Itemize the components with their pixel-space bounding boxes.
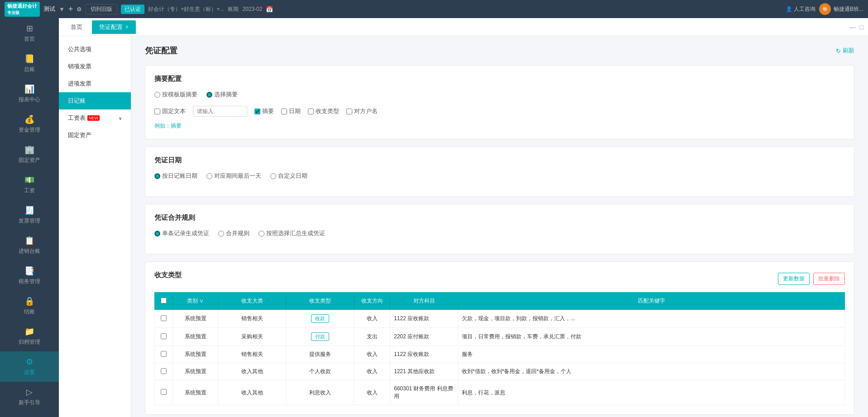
row-category: 系统预置 (173, 380, 218, 405)
row-pay-type: 付款 (286, 328, 354, 346)
sidebar-item-home[interactable]: ⊞ 首页 (0, 18, 59, 48)
sidebar-label-funds: 资金管理 (19, 126, 40, 134)
row-pay-type: 提供服务 (286, 346, 354, 363)
th-category[interactable]: 类别 ∨ (173, 293, 218, 310)
version-toggle-button[interactable]: 切到旧版 (86, 4, 117, 14)
summary-section: 摘要配置 按模板版摘要 选择摘要 (145, 65, 854, 139)
table-row: 系统预置 销售相关 收款 收入 1122 应收账款 欠款，现金，项目款，到款，报… (155, 310, 845, 328)
custom-date-radio[interactable]: 自定义日期 (270, 172, 307, 180)
sidebar-item-tax[interactable]: 📑 税务管理 (0, 261, 59, 291)
page-title: 凭证配置 (145, 45, 177, 56)
row-keyword: 服务 (458, 346, 845, 363)
summary-checkbox[interactable]: 摘要 (254, 107, 274, 115)
calendar-icon[interactable]: 📅 (266, 6, 273, 13)
sidebar-label-guide: 新手引导 (19, 399, 40, 407)
row-big-type: 采购相关 (218, 328, 286, 346)
single-voucher-radio[interactable]: 单条记录生成凭证 (154, 229, 209, 237)
payment-type-checkbox[interactable]: 收支类型 (308, 107, 339, 115)
sidebar-item-ledger[interactable]: 📒 总账 (0, 48, 59, 79)
sidebar-label-archive: 归档管理 (19, 338, 40, 346)
sidebar-item-guide[interactable]: ▷ 新手引导 (0, 382, 59, 412)
sidebar-label-reports: 报表中心 (19, 96, 40, 104)
sidebar-item-assets[interactable]: 🏢 固定资产 (0, 139, 59, 170)
tab-home[interactable]: 首页 (63, 20, 90, 34)
row-account: 660301 财务费用 利息费用 (390, 380, 458, 405)
period-last-radio[interactable]: 对应期间最后一天 (206, 172, 261, 180)
sidebar-item-reports[interactable]: 📊 报表中心 (0, 79, 59, 109)
th-keyword: 匹配关键字 (458, 293, 845, 310)
row-checkbox[interactable] (161, 315, 167, 321)
person-icon: 👤 (786, 6, 792, 12)
select-all-checkbox[interactable] (161, 298, 167, 303)
table-row: 系统预置 销售相关 提供服务 收入 1122 应收账款 服务 (155, 346, 845, 363)
table-row: 系统预置 收入其他 个人收款 收入 1221 其他应收款 收到*借款，收到*备用… (155, 363, 845, 380)
batch-delete-button[interactable]: 批量删除 (813, 273, 845, 285)
add-button[interactable]: + (68, 5, 73, 14)
sidebar-item-salary[interactable]: 💵 工资 (0, 170, 59, 200)
sidebar-label-assets: 固定资产 (19, 156, 40, 164)
sidebar-label-tax: 税务管理 (19, 278, 40, 285)
left-nav-fixed-assets[interactable]: 固定资产 (59, 127, 131, 144)
counterparty-checkbox[interactable]: 对方户名 (346, 107, 378, 115)
date-checkbox[interactable]: 日期 (281, 107, 301, 115)
tab-voucher-config[interactable]: 凭证配置 × (92, 20, 136, 34)
gear-icon[interactable]: ⚙ (77, 6, 82, 13)
sidebar-label-ledger: 总账 (24, 66, 35, 73)
update-data-button[interactable]: 更新数据 (778, 273, 810, 285)
pay-type-tag[interactable]: 收款 (311, 314, 329, 323)
row-checkbox[interactable] (161, 389, 167, 395)
row-checkbox[interactable] (161, 333, 167, 339)
user-name: 畅捷通B班... (834, 5, 863, 13)
close-tab-icon[interactable]: × (125, 24, 129, 30)
pay-type-tag[interactable]: 付款 (311, 332, 329, 341)
expand-icon[interactable]: ∨ (119, 116, 122, 121)
row-account: 2202 应付账款 (390, 328, 458, 346)
example-text: 例如：摘要 (154, 122, 845, 130)
fixed-text-input[interactable] (193, 106, 247, 117)
sidebar-item-member[interactable]: 👑 畅会员 (0, 412, 59, 417)
sidebar-item-close[interactable]: 🔒 结账 (0, 291, 59, 321)
user-area[interactable]: 畅 畅捷通B班... (819, 3, 863, 15)
sidebar-item-settings[interactable]: ⚙ 设置 (0, 351, 59, 382)
row-account: 1122 应收账款 (390, 310, 458, 328)
sidebar-item-archive[interactable]: 📁 归档管理 (0, 321, 59, 351)
refresh-button[interactable]: ↻ 刷新 (836, 47, 854, 55)
minimize-button[interactable]: — (850, 24, 856, 31)
merge-rule-radio[interactable]: 合并规则 (218, 229, 249, 237)
summary-section-title: 摘要配置 (154, 75, 845, 83)
journal-date-radio[interactable]: 按日记账日期 (154, 172, 197, 180)
reports-icon: 📊 (24, 84, 34, 94)
left-nav-journal[interactable]: 日记账 (59, 92, 131, 109)
period-value: 2023-02 (242, 6, 262, 12)
row-checkbox[interactable] (161, 368, 167, 374)
select-total-radio[interactable]: 按照选择汇总生成凭证 (259, 229, 325, 237)
new-badge: NEW (87, 115, 100, 121)
app-logo: 畅捷通好会计 专业版 (5, 2, 40, 17)
row-direction: 收入 (354, 346, 390, 363)
left-nav-public[interactable]: 公共选项 (59, 41, 131, 58)
left-nav-salary-table[interactable]: 工资表 NEW ∨ (59, 109, 131, 127)
summary-radio-group: 按模板版摘要 选择摘要 (154, 90, 845, 99)
left-nav-purchase-invoice[interactable]: 进项发票 (59, 75, 131, 92)
certified-badge: 已认证 (121, 5, 144, 14)
sidebar-label-salary: 工资 (24, 187, 35, 194)
sidebar-label-settings: 设置 (24, 369, 35, 376)
fixed-text-checkbox[interactable]: 固定文本 (154, 107, 186, 115)
sidebar-item-funds[interactable]: 💰 资金管理 (0, 109, 59, 139)
left-nav-sales-invoice[interactable]: 销项发票 (59, 58, 131, 75)
sidebar-item-invoice[interactable]: 🧾 发票管理 (0, 200, 59, 230)
avatar: 畅 (819, 3, 831, 15)
maximize-button[interactable]: □ (860, 24, 863, 31)
guide-icon: ▷ (26, 387, 33, 397)
select-summary-radio[interactable]: 选择摘要 (206, 90, 238, 99)
template-summary-radio[interactable]: 按模板版摘要 (154, 90, 197, 99)
row-account: 1122 应收账款 (390, 346, 458, 363)
row-checkbox[interactable] (161, 351, 167, 357)
payment-type-table: 类别 ∨ 收支大类 收支类型 收支方向 (154, 292, 845, 405)
company-dropdown-icon[interactable]: ▼ (59, 6, 65, 13)
row-big-type: 收入其他 (218, 380, 286, 405)
row-checkbox-cell (155, 363, 173, 380)
sidebar-item-purchase[interactable]: 📋 进销台账 (0, 230, 59, 261)
help-button[interactable]: 👤 人工咨询 (786, 5, 815, 13)
invoice-icon: 🧾 (24, 205, 34, 215)
